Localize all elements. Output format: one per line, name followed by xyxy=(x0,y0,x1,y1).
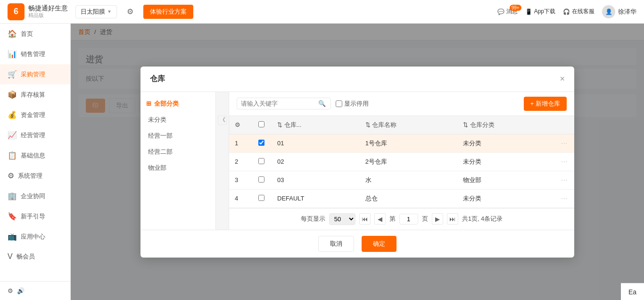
dialog-body: ⊞ 全部分类 未分类 经营一部 经营二部 物业部 《 xyxy=(140,92,574,230)
customer-service-item[interactable]: 🎧 在线客服 xyxy=(563,8,594,16)
add-warehouse-button[interactable]: + 新增仓库 xyxy=(524,97,567,111)
warehouse-dialog: 仓库 × ⊞ 全部分类 未分类 经营一部 经营二部 物业部 xyxy=(140,67,574,258)
prev-page-button[interactable]: ◀ xyxy=(374,213,386,225)
row-category: 未分类 xyxy=(457,152,555,171)
sidebar-settings[interactable]: ⚙ 🔊 xyxy=(0,282,70,300)
user-area[interactable]: 👤 徐泽华 xyxy=(602,5,636,18)
sidebar-item-guide[interactable]: 🔖 新手引导 xyxy=(0,206,70,226)
row-checkbox[interactable] xyxy=(258,195,264,201)
sidebar-item-enterprise[interactable]: 🏢 企业协同 xyxy=(0,186,70,206)
sidebar-item-basic[interactable]: 📋 基础信息 xyxy=(0,145,70,166)
settings-icon[interactable]: ⚙ xyxy=(123,4,138,19)
row-code: 02 xyxy=(272,152,360,171)
sidebar-item-purchase[interactable]: 🛒 采购管理 xyxy=(0,64,70,84)
confirm-button[interactable]: 确定 xyxy=(362,236,396,252)
cancel-button[interactable]: 取消 xyxy=(318,236,354,252)
collapse-panel-button[interactable]: 《 xyxy=(218,116,227,125)
row-more-icon[interactable]: ··· xyxy=(561,158,567,166)
sort-icon-name: ⇅ xyxy=(365,121,371,128)
sales-icon: 📊 xyxy=(8,50,17,58)
sidebar-item-app-center[interactable]: 📺 应用中心 xyxy=(0,226,70,247)
member-icon: V xyxy=(8,252,13,261)
row-checkbox-cell[interactable] xyxy=(253,152,272,171)
dialog-title: 仓库 xyxy=(150,74,165,84)
category-all[interactable]: ⊞ 全部分类 xyxy=(140,96,215,112)
sidebar-item-finance[interactable]: 💰 资金管理 xyxy=(0,105,70,125)
per-page-select[interactable]: 50 10 20 100 xyxy=(329,213,355,225)
row-actions-cell[interactable]: ··· xyxy=(555,152,574,171)
row-name: 2号仓库 xyxy=(360,152,458,171)
first-page-button[interactable]: ⏮ xyxy=(359,213,371,225)
sidebar-item-operation[interactable]: 📈 经营管理 xyxy=(0,125,70,145)
row-code: 03 xyxy=(272,171,360,189)
sort-icon: ⇅ xyxy=(277,121,282,128)
row-code: 01 xyxy=(272,134,360,152)
col-actions-header xyxy=(555,116,574,134)
row-name: 1号仓库 xyxy=(360,134,458,152)
row-more-icon[interactable]: ··· xyxy=(561,176,567,184)
row-checkbox[interactable] xyxy=(258,140,264,146)
sidebar-item-member[interactable]: V 畅会员 xyxy=(0,247,70,267)
trial-button[interactable]: 体验行业方案 xyxy=(143,5,193,19)
category-item-dept1[interactable]: 经营一部 xyxy=(140,128,215,144)
message-icon: 💬 xyxy=(497,8,504,15)
row-seq: 2 xyxy=(229,152,253,171)
sidebar-item-sales[interactable]: 📊 销售管理 xyxy=(0,44,70,64)
table-row[interactable]: 3 03 水 物业部 ··· xyxy=(229,171,574,189)
sidebar-item-home[interactable]: 🏠 首页 xyxy=(0,24,70,44)
sidebar-item-inventory[interactable]: 📦 库存核算 xyxy=(0,84,70,105)
table-row[interactable]: 2 02 2号仓库 未分类 ··· xyxy=(229,152,574,171)
search-box[interactable]: 🔍 xyxy=(237,98,331,109)
category-item-uncategorized[interactable]: 未分类 xyxy=(140,112,215,128)
category-item-property[interactable]: 物业部 xyxy=(140,160,215,176)
close-icon[interactable]: × xyxy=(560,74,565,84)
app-logo: 6 xyxy=(8,3,25,20)
col-category-header: ⇅ 仓库分类 xyxy=(457,116,555,134)
modal-overlay: 仓库 × ⊞ 全部分类 未分类 经营一部 经营二部 物业部 xyxy=(71,24,644,300)
warehouse-table: ⚙ ⇅ 仓库... xyxy=(229,116,574,208)
row-checkbox-cell[interactable] xyxy=(253,189,272,208)
row-name: 水 xyxy=(360,171,458,189)
message-icon-item[interactable]: 💬 99+ 消息 xyxy=(497,8,518,16)
page-number-input[interactable] xyxy=(399,214,418,225)
dialog-toolbar: 🔍 显示停用 + 新增仓库 xyxy=(229,92,574,116)
row-more-icon[interactable]: ··· xyxy=(561,139,567,147)
col-checkbox xyxy=(253,116,272,134)
search-icon[interactable]: 🔍 xyxy=(318,100,326,107)
purchase-icon: 🛒 xyxy=(8,70,17,79)
mobile-icon: 📱 xyxy=(525,8,532,15)
search-input[interactable] xyxy=(241,100,316,107)
app-download-item[interactable]: 📱 App下载 xyxy=(525,8,555,16)
status-bar: Ea xyxy=(621,283,644,300)
row-category: 物业部 xyxy=(457,171,555,189)
row-more-icon[interactable]: ··· xyxy=(561,194,567,202)
row-checkbox-cell[interactable] xyxy=(253,171,272,189)
col-code-header: ⇅ 仓库... xyxy=(272,116,360,134)
row-checkbox[interactable] xyxy=(258,158,264,164)
message-badge: 99+ xyxy=(510,5,521,11)
category-item-dept2[interactable]: 经营二部 xyxy=(140,144,215,160)
row-actions-cell[interactable]: ··· xyxy=(555,189,574,208)
col-name-header: ⇅ 仓库名称 xyxy=(360,116,458,134)
row-checkbox-cell[interactable] xyxy=(253,134,272,152)
row-actions-cell[interactable]: ··· xyxy=(555,134,574,152)
table-row[interactable]: 4 DEFAULT 总仓 未分类 ··· xyxy=(229,189,574,208)
select-all-checkbox[interactable] xyxy=(258,121,264,127)
next-page-button[interactable]: ▶ xyxy=(432,213,443,225)
row-checkbox[interactable] xyxy=(258,176,264,183)
store-selector[interactable]: 日太阳膜 ▼ xyxy=(75,5,117,18)
sidebar-item-system[interactable]: ⚙ 系统管理 xyxy=(0,166,70,186)
row-actions-cell[interactable]: ··· xyxy=(555,171,574,189)
last-page-button[interactable]: ⏭ xyxy=(447,213,458,225)
enterprise-icon: 🏢 xyxy=(8,192,17,200)
show-disabled-checkbox[interactable] xyxy=(336,100,342,107)
table-row[interactable]: 1 01 1号仓库 未分类 ··· xyxy=(229,134,574,152)
headset-icon: 🎧 xyxy=(563,8,570,15)
column-settings-icon[interactable]: ⚙ xyxy=(235,121,240,128)
inventory-icon: 📦 xyxy=(8,90,17,99)
sort-icon-cat: ⇅ xyxy=(463,121,468,128)
pagination: 每页显示 50 10 20 100 ⏮ ◀ 第 页 xyxy=(229,208,574,230)
brand-text: 畅捷通好生意 精品版 xyxy=(28,4,68,19)
sidebar: 🏠 首页 📊 销售管理 🛒 采购管理 📦 库存核算 💰 资金管理 📈 经营管理 … xyxy=(0,24,71,300)
dropdown-arrow-icon: ▼ xyxy=(107,9,112,14)
